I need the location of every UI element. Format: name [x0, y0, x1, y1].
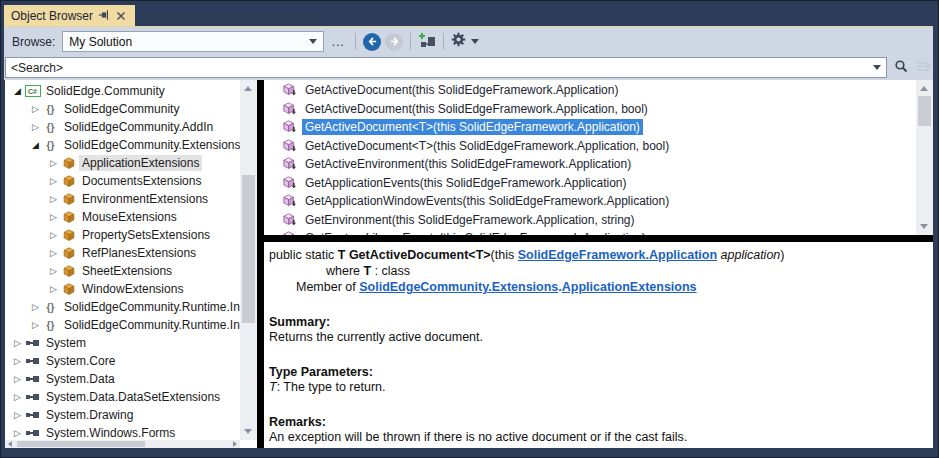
tree-expander-icon[interactable]	[47, 213, 60, 222]
tree-item-label: RefPlanesExtensions	[79, 245, 199, 261]
tree-item[interactable]: {}SolidEdgeCommunity	[5, 100, 240, 118]
tree-item-label: SolidEdgeCommunity.Extensions	[61, 137, 240, 153]
tree-expander-icon[interactable]	[47, 285, 60, 294]
extension-method-icon	[282, 194, 297, 208]
clear-search-icon	[916, 59, 931, 77]
tree-expander-icon[interactable]	[47, 177, 60, 186]
member-item-label: GetActiveDocument<T>(this SolidEdgeFrame…	[302, 138, 672, 154]
signature-modifiers: public static	[269, 248, 338, 262]
tree-expander-icon[interactable]	[11, 375, 24, 384]
search-button[interactable]	[890, 57, 912, 78]
navigate-back-button[interactable]	[363, 33, 381, 51]
clear-search-button[interactable]	[913, 57, 934, 78]
tree-expander-icon[interactable]	[11, 339, 24, 348]
search-history-dropdown[interactable]	[868, 58, 886, 77]
tree-expander-icon[interactable]	[47, 267, 60, 276]
tree-item[interactable]: {}SolidEdgeCommunity.Extensions	[5, 136, 240, 154]
member-item[interactable]: GetActiveDocument<T>(this SolidEdgeFrame…	[264, 118, 916, 137]
parameter-type-link[interactable]: SolidEdgeFramework.Application	[518, 248, 717, 262]
scrollbar-thumb[interactable]	[17, 441, 145, 447]
tree-item[interactable]: System.Core	[5, 352, 240, 370]
tree-expander-icon[interactable]	[11, 429, 24, 438]
member-item[interactable]: GetActiveDocument<T>(this SolidEdgeFrame…	[264, 137, 916, 156]
tree-horizontal-scrollbar[interactable]	[5, 440, 240, 448]
parameter-name: application	[717, 248, 780, 262]
tree-expander-icon[interactable]	[29, 141, 42, 150]
tree-item[interactable]: PropertySetsExtensions	[5, 226, 240, 244]
tree-expander-icon[interactable]	[11, 357, 24, 366]
tree-expander-icon[interactable]	[29, 303, 42, 312]
scrollbar-thumb[interactable]	[242, 175, 255, 323]
namespace-link[interactable]: SolidEdgeCommunity.Extensions	[359, 280, 558, 294]
tree-item[interactable]: System.Windows.Forms	[5, 424, 240, 440]
tree-expander-icon[interactable]	[47, 195, 60, 204]
tree-item[interactable]: System	[5, 334, 240, 352]
member-item[interactable]: GetActiveDocument(this SolidEdgeFramewor…	[264, 100, 916, 119]
class-icon	[60, 211, 77, 224]
member-item[interactable]: GetActiveDocument(this SolidEdgeFramewor…	[264, 81, 916, 100]
scroll-down-arrow-icon[interactable]	[244, 429, 252, 434]
scrollbar-thumb[interactable]	[918, 96, 931, 126]
tree-item[interactable]: DocumentsExtensions	[5, 172, 240, 190]
tree-expander-icon[interactable]	[11, 393, 24, 402]
tree-item[interactable]: C#SolidEdge.Community	[5, 82, 240, 100]
tree-item[interactable]: {}SolidEdgeCommunity.AddIn	[5, 118, 240, 136]
tree-item[interactable]: System.Data.DataSetExtensions	[5, 388, 240, 406]
class-icon	[60, 157, 77, 170]
tab-object-browser[interactable]: Object Browser	[4, 5, 135, 26]
tree-expander-icon[interactable]	[47, 231, 60, 240]
vertical-splitter[interactable]	[257, 80, 264, 448]
scroll-right-arrow-icon[interactable]	[233, 441, 237, 447]
tree-item[interactable]: RefPlanesExtensions	[5, 244, 240, 262]
object-browser-settings-button[interactable]	[449, 31, 481, 52]
class-icon	[60, 175, 77, 188]
scroll-down-arrow-icon[interactable]	[920, 224, 928, 229]
edit-custom-component-set-button[interactable]: ...	[326, 31, 350, 52]
class-link[interactable]: ApplicationExtensions	[562, 280, 697, 294]
member-item[interactable]: GetEnvironment(this SolidEdgeFramework.A…	[264, 211, 916, 230]
tree-expander-icon[interactable]	[29, 321, 42, 330]
member-of-line: Member of SolidEdgeCommunity.Extensions.…	[269, 279, 925, 295]
namespace-icon: {}	[42, 104, 59, 115]
tree-item[interactable]: {}SolidEdgeCommunity.Runtime.In	[5, 298, 240, 316]
tree-expander-icon[interactable]	[11, 411, 24, 420]
add-to-references-button[interactable]	[416, 31, 438, 52]
tree-item[interactable]: SheetExtensions	[5, 262, 240, 280]
tree-expander-icon[interactable]	[29, 123, 42, 132]
extension-method-icon	[282, 157, 297, 171]
member-item[interactable]: GetActiveEnvironment(this SolidEdgeFrame…	[264, 155, 916, 174]
tree-item[interactable]: MouseExtensions	[5, 208, 240, 226]
assembly-icon	[24, 376, 41, 382]
search-input[interactable]	[6, 61, 868, 75]
browse-scope-combo[interactable]: My Solution	[62, 31, 324, 52]
scroll-up-arrow-icon[interactable]	[920, 86, 928, 91]
scroll-left-arrow-icon[interactable]	[8, 441, 12, 447]
tree-item-label: System.Data.DataSetExtensions	[43, 389, 223, 405]
member-item[interactable]: GetApplicationEvents(this SolidEdgeFrame…	[264, 174, 916, 193]
tree-item[interactable]: WindowExtensions	[5, 280, 240, 298]
tree-vertical-scrollbar[interactable]	[240, 80, 257, 440]
member-item[interactable]: GetApplicationWindowEvents(this SolidEdg…	[264, 192, 916, 211]
members-list-panel: GetActiveDocument(this SolidEdgeFramewor…	[264, 80, 933, 235]
scroll-up-arrow-icon[interactable]	[244, 86, 252, 91]
tree-expander-icon[interactable]	[29, 105, 42, 114]
extension-method-icon	[282, 102, 297, 116]
pin-button[interactable]	[97, 9, 111, 23]
tree-item[interactable]: ApplicationExtensions	[5, 154, 240, 172]
members-vertical-scrollbar[interactable]	[916, 80, 933, 235]
tree-expander-icon[interactable]	[11, 87, 24, 96]
tree-expander-icon[interactable]	[47, 249, 60, 258]
tree-item[interactable]: System.Data	[5, 370, 240, 388]
tree-expander-icon[interactable]	[47, 159, 60, 168]
gear-icon	[451, 32, 466, 51]
tree-item[interactable]: EnvironmentExtensions	[5, 190, 240, 208]
tree-item[interactable]: {}SolidEdgeCommunity.Runtime.In	[5, 316, 240, 334]
forward-arrow-icon	[389, 33, 400, 51]
tree-item-label: SolidEdgeCommunity	[61, 101, 182, 117]
tree-item[interactable]: System.Drawing	[5, 406, 240, 424]
close-button[interactable]	[114, 9, 128, 23]
tree-item-label: PropertySetsExtensions	[79, 227, 213, 243]
horizontal-splitter[interactable]	[264, 235, 933, 242]
type-parameter: T	[269, 380, 277, 394]
navigate-forward-button[interactable]	[385, 33, 403, 51]
